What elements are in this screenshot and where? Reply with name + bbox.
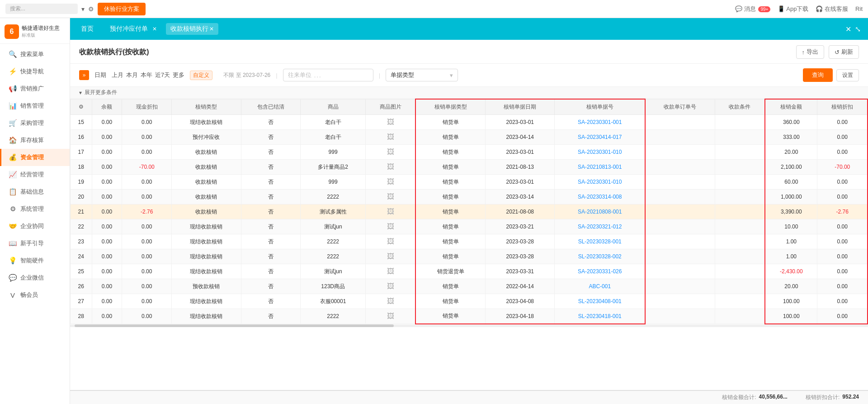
top-search-area[interactable]: 搜索...: [5, 4, 78, 14]
cell-7: 销货退货单: [415, 264, 485, 279]
sidebar-item-采购管理[interactable]: 🛒采购管理: [0, 114, 70, 132]
cell-1: 0.00: [92, 234, 122, 249]
cell-9[interactable]: SA-20230321-012: [555, 219, 645, 234]
cell-8: 2023-03-28: [486, 234, 555, 249]
single-type-select[interactable]: 单据类型 ▾: [386, 69, 458, 81]
period-last-month[interactable]: 上月: [112, 71, 123, 79]
logo-icon: 6: [5, 24, 19, 39]
custom-date-btn[interactable]: 自定义: [190, 71, 212, 80]
sidebar-item-快捷导航[interactable]: ⚡快捷导航: [0, 63, 70, 80]
bill-no-link[interactable]: SA-20230301-010: [578, 179, 622, 185]
bill-no-link[interactable]: SL-20230328-002: [578, 253, 622, 260]
cell-13: 0.00: [817, 190, 868, 204]
date-range-display: 不限 至 2023-07-26: [223, 71, 270, 79]
cell-11: [715, 204, 765, 219]
sidebar-item-营销推广[interactable]: 📢营销推广: [0, 80, 70, 97]
cell-9[interactable]: SA-20230301-010: [555, 175, 645, 190]
cell-9[interactable]: SL-20230408-001: [555, 294, 645, 309]
cell-9[interactable]: SA-20230301-010: [555, 145, 645, 160]
nav-tab2[interactable]: 收款核销执行: [170, 25, 208, 33]
from-unit-field[interactable]: 往来单位 ...: [283, 69, 373, 81]
cell-4: 否: [241, 204, 301, 219]
nav-tab1[interactable]: 预付冲应付单: [106, 23, 151, 35]
cell-9[interactable]: SA-20210813-001: [555, 160, 645, 175]
sidebar-item-系统管理[interactable]: ⚙系统管理: [0, 200, 70, 218]
cell-9[interactable]: SA-20230414-017: [555, 130, 645, 145]
app-download-link[interactable]: 📱 App下载: [778, 5, 808, 13]
table-row: 280.000.00现结收款核销否2222🖼销货单2023-04-18SL-20…: [71, 309, 868, 324]
close-tab1[interactable]: ✕: [152, 26, 157, 32]
sidebar-icon: 🤝: [9, 222, 17, 230]
sidebar-item-经营管理[interactable]: 📈经营管理: [0, 166, 70, 183]
expand-conditions-bar[interactable]: ▾ 展开更多条件: [70, 87, 868, 99]
cell-4: 否: [241, 130, 301, 145]
close-tab2[interactable]: ✕: [209, 26, 214, 32]
period-7days[interactable]: 近7天: [155, 71, 170, 79]
gear-icon[interactable]: ⚙: [88, 5, 94, 13]
bill-no-link[interactable]: ABC-001: [589, 283, 611, 290]
bill-no-link[interactable]: SA-20210808-001: [578, 209, 622, 215]
cell-9[interactable]: SL-20230328-001: [555, 234, 645, 249]
cell-9[interactable]: SL-20230418-001: [555, 309, 645, 324]
filter-toggle-btn[interactable]: »: [79, 70, 89, 80]
sidebar-item-搜索菜单[interactable]: 🔍搜索菜单: [0, 46, 70, 63]
cell-0: 17: [71, 145, 92, 160]
cell-6: 🖼: [366, 249, 416, 264]
col-header-3: 核销类型: [172, 99, 241, 115]
bill-no-link[interactable]: SL-20230418-001: [578, 313, 622, 319]
cell-9[interactable]: SA-20210808-001: [555, 204, 645, 219]
cell-13: 0.00: [817, 219, 868, 234]
user-name: Rit: [855, 5, 863, 12]
bill-no-link[interactable]: SA-20230331-026: [578, 268, 622, 275]
sidebar-label: 企业协同: [20, 222, 44, 230]
col-header-2: 现金折扣: [122, 99, 172, 115]
table-row: 160.000.00预付冲应收否老白干🖼销货单2023-04-14SA-2023…: [71, 130, 868, 145]
dropdown-icon[interactable]: ▾: [81, 5, 85, 13]
settings-btn[interactable]: 设置: [836, 69, 859, 81]
col-header-5: 商品: [301, 99, 366, 115]
bill-no-link[interactable]: SA-20230314-008: [578, 194, 622, 200]
industry-btn[interactable]: 休验行业方案: [98, 3, 146, 15]
period-this-year[interactable]: 本年: [141, 71, 152, 79]
cell-9[interactable]: SA-20230314-008: [555, 190, 645, 204]
online-service-link[interactable]: 🎧 在线客服: [816, 5, 848, 13]
cell-10: [645, 219, 715, 234]
cell-7: 销货单: [415, 309, 485, 324]
cell-4: 否: [241, 264, 301, 279]
sidebar-item-畅会员[interactable]: V畅会员: [0, 286, 70, 304]
cell-11: [715, 249, 765, 264]
bill-no-link[interactable]: SL-20230408-001: [578, 298, 622, 304]
sidebar-item-销售管理[interactable]: 📊销售管理: [0, 97, 70, 114]
period-more[interactable]: 更多: [173, 71, 184, 79]
cell-8: 2023-03-31: [486, 264, 555, 279]
sidebar-item-企业微信[interactable]: 💬企业微信: [0, 269, 70, 286]
query-btn[interactable]: 查询: [803, 68, 833, 82]
message-link[interactable]: 💬 消息 99+: [735, 5, 770, 13]
cell-3: 现结收款核销: [172, 294, 241, 309]
period-this-month[interactable]: 本月: [126, 71, 138, 79]
bill-no-link[interactable]: SA-20230414-017: [578, 134, 622, 140]
refresh-btn[interactable]: ↺ 刷新: [829, 45, 859, 59]
bill-no-link[interactable]: SA-20230301-010: [578, 149, 622, 155]
maximize-icon[interactable]: ⤡: [855, 25, 861, 33]
cell-9[interactable]: SA-20230301-001: [555, 115, 645, 130]
cell-0: 28: [71, 309, 92, 324]
sidebar-item-企业协同[interactable]: 🤝企业协同: [0, 218, 70, 235]
sidebar-item-智能硬件[interactable]: 💡智能硬件: [0, 252, 70, 269]
nav-home[interactable]: 首页: [77, 23, 97, 35]
cell-7: 销货单: [415, 160, 485, 175]
sidebar-item-基础信息[interactable]: 📋基础信息: [0, 183, 70, 200]
bill-no-link[interactable]: SA-20210813-001: [578, 164, 622, 170]
sidebar-item-库存核算[interactable]: 🏠库存核算: [0, 132, 70, 149]
bill-no-link[interactable]: SA-20230321-012: [578, 223, 622, 230]
close-window-icon[interactable]: ✕: [845, 25, 851, 33]
export-btn[interactable]: ↑ 导出: [796, 45, 825, 59]
cell-9[interactable]: SL-20230328-002: [555, 249, 645, 264]
cell-11: [715, 190, 765, 204]
sidebar-item-资金管理[interactable]: 💰资金管理: [0, 149, 70, 166]
bill-no-link[interactable]: SA-20230301-001: [578, 119, 622, 125]
sidebar-item-新手引导[interactable]: 📖新手引导: [0, 235, 70, 252]
cell-9[interactable]: ABC-001: [555, 279, 645, 294]
bill-no-link[interactable]: SL-20230328-001: [578, 238, 622, 245]
cell-9[interactable]: SA-20230331-026: [555, 264, 645, 279]
